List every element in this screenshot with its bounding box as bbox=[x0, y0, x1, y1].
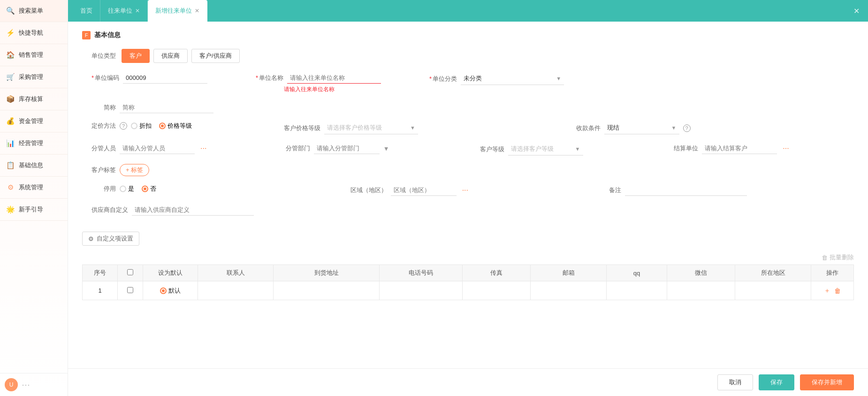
email-input[interactable] bbox=[550, 285, 587, 296]
customer-tag-label: 客户标签 bbox=[91, 166, 116, 174]
footer-bar: 取消 保存 保存并新增 bbox=[68, 368, 868, 396]
cell-seq: 1 bbox=[83, 281, 118, 300]
unit-name-input[interactable] bbox=[287, 72, 381, 84]
guide-icon: 🌟 bbox=[6, 205, 15, 214]
avatar: U bbox=[5, 378, 18, 391]
payment-terms-select[interactable]: 现结 ▼ bbox=[604, 122, 679, 134]
radio-no[interactable]: 否 bbox=[142, 185, 156, 193]
add-row-icon[interactable]: ＋ bbox=[824, 287, 830, 295]
department-input[interactable] bbox=[314, 143, 380, 154]
main-area: 首页 往来单位 ✕ 新增往来单位 ✕ ✕ F 基本信息 单位类型 bbox=[68, 0, 868, 396]
region-input[interactable] bbox=[754, 285, 792, 296]
tab-new-counterpart-label: 新增往来单位 bbox=[155, 7, 192, 15]
remark-input[interactable] bbox=[625, 185, 747, 196]
section-title: 基本信息 bbox=[94, 31, 121, 39]
manager-input[interactable] bbox=[120, 143, 195, 154]
cell-email[interactable] bbox=[531, 281, 606, 300]
tab-counterpart-close[interactable]: ✕ bbox=[135, 8, 140, 14]
cell-fax[interactable] bbox=[462, 281, 530, 300]
batch-delete-button[interactable]: 🗑 批量删除 bbox=[822, 253, 854, 262]
customer-level-select[interactable]: 请选择客户等级 ▼ bbox=[508, 143, 583, 155]
address-input[interactable] bbox=[298, 285, 355, 296]
tab-home[interactable]: 首页 bbox=[73, 0, 100, 22]
pricing-method-label: 定价方法 bbox=[91, 122, 116, 130]
sales-icon: 🏠 bbox=[6, 50, 15, 60]
unit-code-group: *单位编码 bbox=[91, 72, 242, 84]
radio-discount[interactable]: 折扣 bbox=[131, 122, 152, 130]
sidebar-item-inventory[interactable]: 📦 库存核算 bbox=[0, 88, 68, 110]
save-button[interactable]: 保存 bbox=[759, 374, 794, 390]
sidebar-item-operations[interactable]: 📊 经营管理 bbox=[0, 132, 68, 155]
settlement-unit-group: 结算单位 ··· bbox=[674, 143, 854, 154]
unit-code-input[interactable] bbox=[123, 72, 207, 84]
type-btn-supplier[interactable]: 供应商 bbox=[153, 49, 188, 63]
sidebar-item-guide[interactable]: 🌟 新手引导 bbox=[0, 199, 68, 221]
payment-help-icon[interactable]: ? bbox=[683, 124, 691, 132]
type-btn-both[interactable]: 客户/供应商 bbox=[191, 49, 240, 63]
contact-input[interactable] bbox=[217, 285, 254, 296]
tab-counterpart[interactable]: 往来单位 ✕ bbox=[100, 0, 148, 22]
radio-yes[interactable]: 是 bbox=[120, 185, 134, 193]
supplier-custom-input[interactable] bbox=[132, 204, 254, 216]
cell-contact[interactable] bbox=[198, 281, 274, 300]
select-all-checkbox[interactable] bbox=[127, 269, 133, 275]
manager-ellipsis-btn[interactable]: ··· bbox=[198, 144, 208, 153]
cancel-button[interactable]: 取消 bbox=[717, 374, 753, 390]
delete-row-icon[interactable]: 🗑 bbox=[834, 287, 841, 295]
sidebar-item-quick-nav[interactable]: ⚡ 快捷导航 bbox=[0, 22, 68, 44]
fax-input[interactable] bbox=[480, 285, 513, 296]
custom-settings-button[interactable]: ⚙ 自定义项设置 bbox=[82, 232, 139, 246]
cell-region[interactable] bbox=[735, 281, 811, 300]
type-btn-customer[interactable]: 客户 bbox=[122, 49, 150, 63]
search-icon: 🔍 bbox=[6, 6, 15, 16]
radio-price-level[interactable]: 价格等级 bbox=[159, 122, 192, 130]
unit-category-group: *单位分类 未分类 ▼ bbox=[429, 72, 854, 85]
row-checkbox[interactable] bbox=[127, 287, 133, 293]
cell-wechat[interactable] bbox=[667, 281, 735, 300]
wechat-input[interactable] bbox=[685, 285, 717, 296]
sidebar-item-system[interactable]: ⚙ 系统管理 bbox=[0, 177, 68, 199]
sidebar-item-label: 快捷导航 bbox=[19, 29, 43, 37]
short-name-input[interactable] bbox=[120, 102, 213, 113]
region-ellipsis-btn[interactable]: ··· bbox=[460, 186, 470, 194]
cell-qq[interactable] bbox=[606, 281, 667, 300]
sidebar-item-finance[interactable]: 💰 资金管理 bbox=[0, 110, 68, 132]
settlement-unit-ellipsis-btn[interactable]: ··· bbox=[781, 144, 791, 153]
tab-new-counterpart-close[interactable]: ✕ bbox=[195, 8, 199, 14]
sidebar-item-label: 新手引导 bbox=[19, 205, 43, 214]
unit-category-select[interactable]: 未分类 ▼ bbox=[461, 72, 564, 85]
window-close-icon[interactable]: ✕ bbox=[850, 7, 863, 16]
cell-address[interactable] bbox=[274, 281, 379, 300]
customer-price-select[interactable]: 请选择客户价格等级 ▼ bbox=[324, 122, 418, 134]
sidebar-item-sales[interactable]: 🏠 销售管理 bbox=[0, 44, 68, 66]
col-address: 到货地址 bbox=[274, 265, 379, 281]
qq-input[interactable] bbox=[623, 285, 651, 296]
cell-phone[interactable] bbox=[379, 281, 462, 300]
add-tag-button[interactable]: + 标签 bbox=[120, 164, 149, 176]
tab-bar: 首页 往来单位 ✕ 新增往来单位 ✕ ✕ bbox=[68, 0, 868, 22]
default-radio[interactable] bbox=[160, 287, 167, 294]
pricing-method-group: 定价方法 ? 折扣 价格等级 bbox=[91, 122, 270, 130]
settlement-unit-input[interactable] bbox=[702, 143, 777, 154]
manager-label: 分管人员 bbox=[91, 144, 116, 153]
unit-category-label: *单位分类 bbox=[429, 75, 457, 83]
section-header: F 基本信息 bbox=[82, 31, 854, 39]
manager-row: 分管人员 ··· 分管部门 ▼ 客户等级 请选择客户等级 ▼ bbox=[82, 143, 854, 155]
department-group: 分管部门 ▼ bbox=[286, 143, 466, 154]
region-input[interactable] bbox=[391, 185, 457, 196]
sidebar-item-label: 基础信息 bbox=[19, 161, 43, 170]
radio-price-level-circle bbox=[159, 123, 166, 129]
sidebar-item-basic-info[interactable]: 📋 基础信息 bbox=[0, 155, 68, 177]
sidebar-item-purchase[interactable]: 🛒 采购管理 bbox=[0, 66, 68, 88]
tab-new-counterpart[interactable]: 新增往来单位 ✕ bbox=[148, 0, 207, 22]
payment-terms-group: 收款条件 现结 ▼ ? bbox=[576, 122, 854, 134]
save-new-button[interactable]: 保存并新增 bbox=[800, 374, 854, 390]
help-icon[interactable]: ? bbox=[120, 122, 127, 130]
cell-checkbox[interactable] bbox=[118, 281, 143, 300]
unit-category-value: 未分类 bbox=[464, 74, 482, 83]
short-name-row: 简称 bbox=[82, 102, 854, 113]
sidebar-item-search[interactable]: 🔍 搜索菜单 bbox=[0, 0, 68, 22]
phone-input[interactable] bbox=[400, 285, 442, 296]
chevron-down-icon: ▼ bbox=[575, 146, 580, 152]
sidebar-item-label: 销售管理 bbox=[19, 51, 43, 59]
